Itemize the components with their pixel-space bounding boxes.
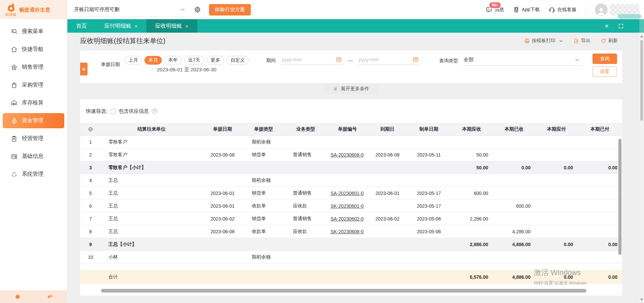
main-area: 开账日期可停用可删 体验行业方案 99+消息App下载在线客服 首页应付明细账×…	[67, 0, 644, 303]
message-count-badge: 99+	[489, 2, 501, 9]
page-toolbar: 按模板打印导出刷新	[524, 38, 618, 44]
sidebar-item-baseinfo[interactable]: 基础信息	[3, 149, 64, 164]
total-row: 合计6,576.004,886.000.000.00	[80, 270, 622, 284]
date-pill[interactable]: 本年	[164, 56, 182, 65]
double-chevron-down-icon	[333, 87, 338, 91]
account-select[interactable]: 开账日期可停用可删	[73, 3, 189, 16]
sidebar-item-purchase[interactable]: 采购管理	[3, 77, 64, 93]
date-pills: 上月本月本年近7天更多自定义	[125, 56, 249, 65]
table-horizontal-scrollbar[interactable]	[81, 289, 621, 293]
sidebar-item-inventory[interactable]: 库存核算	[3, 95, 64, 110]
include-supplier-checkbox[interactable]	[110, 109, 115, 114]
chevron-down-icon	[180, 7, 185, 12]
column-header: 到期日	[368, 126, 407, 132]
period-filter: 期间 yyyy-mm — yyyy-mm	[266, 56, 420, 65]
settings-button[interactable]: 设置	[592, 66, 617, 77]
scroll-down-arrow[interactable]	[640, 299, 643, 301]
doc-number-link[interactable]: SA-20230602-0	[331, 216, 364, 222]
table-row: 6王总2023-06-01收款单应收款SK-20230601-02023-05-…	[80, 200, 622, 212]
date-pill[interactable]: 自定义	[227, 56, 249, 65]
brand-edition: 标准版	[5, 12, 16, 17]
table-row: 1零散客户期初余额	[80, 136, 622, 148]
sidebar-item-funds[interactable]: 资金管理	[3, 113, 64, 128]
doc-number-link[interactable]: SK-20230601-0	[331, 203, 364, 209]
sidebar-item-sales[interactable]: 销售管理	[3, 60, 64, 75]
column-header: 本期已付	[578, 126, 622, 132]
export-icon	[573, 38, 579, 44]
period-end-input[interactable]: yyyy-mm	[357, 56, 420, 65]
divider	[585, 5, 586, 14]
person-icon	[596, 6, 606, 16]
topbar-item-message[interactable]: 99+消息	[486, 6, 504, 13]
doc-number-link[interactable]: SK-20230608-0	[331, 229, 364, 234]
sidebar-item-label: 库存核算	[22, 99, 43, 106]
sidebar-item-operations[interactable]: 经营管理	[3, 131, 64, 146]
table-row: 5王总2023-06-01销货单普通销售SA-20230601-02023-06…	[80, 187, 622, 200]
scroll-up-arrow[interactable]	[640, 35, 643, 37]
doc-date-label: 单据日期	[101, 62, 120, 68]
funds-icon	[11, 117, 18, 124]
scroll-thumb[interactable]	[640, 40, 643, 121]
tab-0[interactable]: 首页	[67, 19, 96, 33]
close-icon[interactable]: ×	[605, 23, 609, 29]
topbar: 开账日期可停用可删 体验行业方案 99+消息App下载在线客服	[67, 0, 644, 19]
table-row: 4王总期初余额	[80, 174, 622, 187]
system-icon	[11, 171, 18, 178]
sidebar-item-label: 采购管理	[22, 81, 43, 89]
fullscreen-icon[interactable]	[618, 23, 624, 29]
tab-close-icon[interactable]: ×	[135, 24, 138, 29]
user-name-blurred	[610, 4, 639, 15]
table-row: 10小林期初余额	[80, 251, 622, 264]
gear-icon[interactable]	[14, 294, 21, 300]
quick-filter-label: 快速筛选:	[86, 108, 107, 114]
calendar-icon[interactable]	[413, 57, 418, 62]
doc-number-link[interactable]: SA-20230608-0	[331, 152, 364, 158]
settings-gear-icon[interactable]	[194, 6, 201, 13]
brand-logo-icon	[6, 3, 16, 13]
tab-2[interactable]: 应收明细账×	[146, 19, 197, 33]
app-window: 标准版 畅捷通好生意 搜索菜单快捷导航销售管理采购管理库存核算资金管理经营管理基…	[0, 0, 644, 303]
doc-number-link[interactable]: SA-20230601-0	[331, 191, 364, 196]
table-row: 2零散客户2023-06-08销货单普通销售SA-20230608-02023-…	[80, 148, 622, 161]
period-start-input[interactable]: yyyy-mm	[280, 56, 344, 65]
chevron-down-icon	[575, 57, 580, 62]
sidebar-item-search[interactable]: 搜索菜单	[3, 24, 64, 39]
topbar-item-phone[interactable]: App下载	[513, 6, 540, 13]
topbar-item-headset[interactable]: 在线客服	[549, 6, 576, 13]
window-scrollbar[interactable]	[639, 19, 644, 303]
sidebar-item-system[interactable]: 系统管理	[3, 167, 64, 182]
filter-expand-tab[interactable]: »	[80, 63, 88, 75]
collapse-sidebar-icon[interactable]	[46, 294, 53, 300]
purchase-icon	[11, 82, 18, 89]
expand-more-button[interactable]: 展开更多条件	[324, 83, 378, 94]
date-pill[interactable]: 更多	[207, 56, 224, 65]
gear-icon[interactable]	[88, 127, 93, 132]
tabbar: 首页应付明细账×应收明细账× ×	[67, 19, 644, 33]
content: 应收明细账(按结算往来单位) 按模板打印导出刷新 » 单据日期 上月本月本年近7…	[67, 33, 644, 303]
toolbar-printer-button[interactable]: 按模板打印	[524, 38, 563, 44]
tab-1[interactable]: 应付明细账×	[96, 19, 146, 33]
sidebar-item-home[interactable]: 快捷导航	[3, 42, 64, 57]
baseinfo-icon	[11, 153, 18, 160]
open-tabs: 首页应付明细账×应收明细账×	[67, 19, 197, 33]
user-account[interactable]	[595, 3, 639, 16]
empty-row	[80, 264, 622, 270]
table-row: 7王总2023-06-02销货单普通销售SA-20230602-02023-06…	[80, 212, 622, 225]
date-pill[interactable]: 上月	[125, 56, 142, 65]
search-button[interactable]: 查询	[592, 54, 617, 64]
toolbar-export-button[interactable]: 导出	[573, 38, 590, 44]
period-label: 期间	[266, 58, 276, 64]
column-header: 本期已收	[493, 126, 535, 132]
avatar[interactable]	[595, 3, 608, 16]
calendar-icon[interactable]	[336, 57, 342, 62]
operations-icon	[11, 135, 18, 142]
help-question-icon[interactable]: ?	[152, 108, 157, 114]
trial-plan-button[interactable]: 体验行业方案	[209, 4, 251, 15]
toolbar-refresh-button[interactable]: 刷新	[601, 38, 618, 44]
date-pill[interactable]: 本月	[144, 56, 162, 65]
sidebar-footer	[0, 290, 67, 303]
tab-close-icon[interactable]: ×	[185, 24, 189, 29]
table-vertical-scrollbar[interactable]	[618, 139, 621, 255]
query-type-select[interactable]: 全部	[463, 56, 582, 66]
date-pill[interactable]: 近7天	[184, 56, 204, 65]
